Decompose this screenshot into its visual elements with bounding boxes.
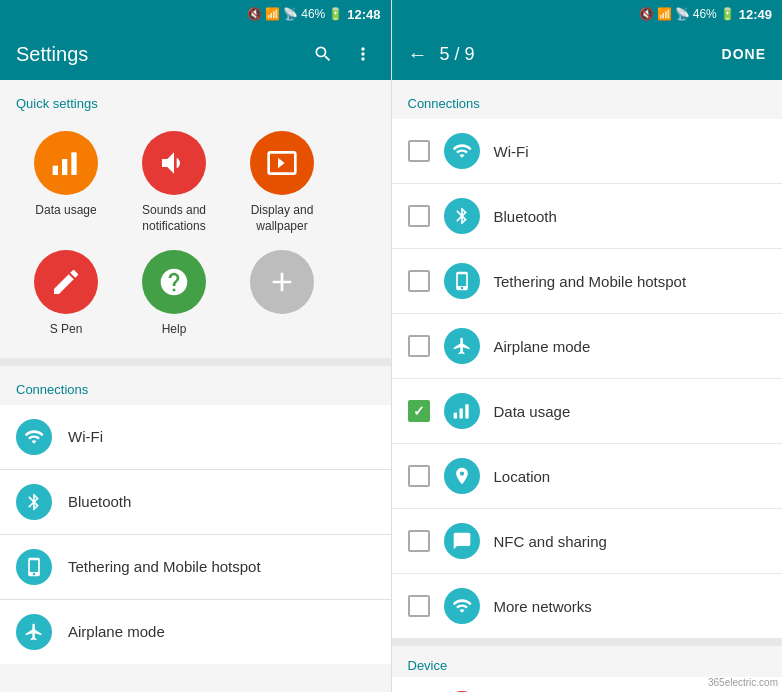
qs-spen-icon: [34, 250, 98, 314]
bluetooth-icon: [16, 484, 52, 520]
divider-1: [0, 358, 391, 366]
right-status-bar: 🔇 📶 📡 46% 🔋 12:49: [392, 0, 783, 28]
left-panel: 🔇 📶 📡 46% 🔋 12:48 Settings Quick s: [0, 0, 391, 692]
toolbar-icons: [311, 42, 375, 66]
check-airplane-label: Airplane mode: [494, 338, 767, 355]
list-item-bluetooth[interactable]: Bluetooth: [0, 470, 391, 535]
bluetooth-label: Bluetooth: [68, 493, 131, 510]
qs-data-usage[interactable]: Data usage: [16, 127, 116, 238]
checkbox-wifi[interactable]: [408, 140, 430, 162]
qs-spen[interactable]: S Pen: [16, 246, 116, 342]
settings-title: Settings: [16, 43, 311, 66]
wifi-status-icon-r: 📶: [657, 7, 672, 21]
watermark: 365electric.com: [708, 677, 778, 688]
checkbox-data-usage[interactable]: [408, 400, 430, 422]
check-bt-icon: [444, 198, 480, 234]
check-wifi-icon: [444, 133, 480, 169]
checkbox-more-networks[interactable]: [408, 595, 430, 617]
check-bluetooth[interactable]: Bluetooth: [392, 184, 783, 249]
battery-text-r: 46%: [693, 7, 717, 21]
qs-sounds-icon: [142, 131, 206, 195]
qs-add[interactable]: [232, 246, 332, 342]
check-bt-label: Bluetooth: [494, 208, 767, 225]
check-tethering-label: Tethering and Mobile hotspot: [494, 273, 767, 290]
check-location[interactable]: Location: [392, 444, 783, 509]
wifi-icon: [16, 419, 52, 455]
check-nfc-label: NFC and sharing: [494, 533, 767, 550]
check-location-icon: [444, 458, 480, 494]
right-panel: 🔇 📶 📡 46% 🔋 12:49 ← 5 / 9 DONE Connectio…: [391, 0, 783, 692]
connections-list: Wi-Fi Bluetooth Tethering and Mobi: [0, 405, 391, 664]
tethering-icon: [16, 549, 52, 585]
device-section-header: Device: [392, 646, 783, 677]
check-networks-label: More networks: [494, 598, 767, 615]
svg-rect-3: [453, 413, 456, 419]
checkbox-location[interactable]: [408, 465, 430, 487]
signal-icon-r: 📡: [675, 7, 690, 21]
list-item-airplane[interactable]: Airplane mode: [0, 600, 391, 664]
qs-help-label: Help: [162, 322, 187, 338]
right-time: 12:49: [739, 7, 772, 22]
right-toolbar: ← 5 / 9 DONE: [392, 28, 783, 80]
battery-icon-r: 🔋: [720, 7, 735, 21]
check-airplane[interactable]: Airplane mode: [392, 314, 783, 379]
qs-display-label: Display and wallpaper: [236, 203, 328, 234]
tethering-label: Tethering and Mobile hotspot: [68, 558, 261, 575]
airplane-icon: [16, 614, 52, 650]
check-data-icon: [444, 393, 480, 429]
qs-spen-label: S Pen: [50, 322, 83, 338]
check-tethering-icon: [444, 263, 480, 299]
list-item-tethering[interactable]: Tethering and Mobile hotspot: [0, 535, 391, 600]
airplane-label: Airplane mode: [68, 623, 165, 640]
svg-rect-0: [53, 166, 58, 175]
left-status-icons: 🔇 📶 📡 46% 🔋: [247, 7, 343, 21]
left-toolbar: Settings: [0, 28, 391, 80]
svg-rect-4: [459, 409, 462, 419]
left-time: 12:48: [347, 7, 380, 22]
more-options-button[interactable]: [351, 42, 375, 66]
quick-settings-grid: Data usage Sounds and notifications: [0, 119, 391, 358]
right-status-icons: 🔇 📶 📡 46% 🔋: [639, 7, 735, 21]
right-content: Connections Wi-Fi: [392, 80, 783, 692]
quick-settings-header: Quick settings: [0, 80, 391, 119]
wifi-label: Wi-Fi: [68, 428, 103, 445]
wifi-status-icon: 📶: [265, 7, 280, 21]
qs-display-icon: [250, 131, 314, 195]
list-item-wifi[interactable]: Wi-Fi: [0, 405, 391, 470]
check-data-label: Data usage: [494, 403, 767, 420]
check-wifi[interactable]: Wi-Fi: [392, 119, 783, 184]
svg-rect-5: [465, 404, 468, 418]
qs-data-usage-label: Data usage: [35, 203, 96, 219]
right-divider: [392, 638, 783, 646]
connections-header-left: Connections: [0, 366, 391, 405]
check-wifi-label: Wi-Fi: [494, 143, 767, 160]
checkbox-nfc[interactable]: [408, 530, 430, 552]
qs-sounds[interactable]: Sounds and notifications: [124, 127, 224, 238]
check-airplane-icon: [444, 328, 480, 364]
mute-icon-r: 🔇: [639, 7, 654, 21]
check-nfc-icon: [444, 523, 480, 559]
checklist: Wi-Fi Bluetooth: [392, 119, 783, 638]
left-content: Quick settings Data usage: [0, 80, 391, 692]
qs-help-icon: [142, 250, 206, 314]
checkbox-bluetooth[interactable]: [408, 205, 430, 227]
signal-icon: 📡: [283, 7, 298, 21]
check-data-usage[interactable]: Data usage: [392, 379, 783, 444]
page-indicator: 5 / 9: [440, 44, 710, 65]
checkbox-tethering[interactable]: [408, 270, 430, 292]
search-button[interactable]: [311, 42, 335, 66]
qs-help[interactable]: Help: [124, 246, 224, 342]
check-more-networks[interactable]: More networks: [392, 574, 783, 638]
check-nfc[interactable]: NFC and sharing: [392, 509, 783, 574]
checkbox-airplane[interactable]: [408, 335, 430, 357]
qs-add-icon: [250, 250, 314, 314]
check-networks-icon: [444, 588, 480, 624]
qs-display[interactable]: Display and wallpaper: [232, 127, 332, 238]
left-status-bar: 🔇 📶 📡 46% 🔋 12:48: [0, 0, 391, 28]
mute-icon: 🔇: [247, 7, 262, 21]
check-tethering[interactable]: Tethering and Mobile hotspot: [392, 249, 783, 314]
svg-rect-1: [62, 159, 67, 175]
back-button[interactable]: ←: [408, 43, 428, 66]
done-button[interactable]: DONE: [722, 46, 766, 62]
qs-sounds-label: Sounds and notifications: [128, 203, 220, 234]
